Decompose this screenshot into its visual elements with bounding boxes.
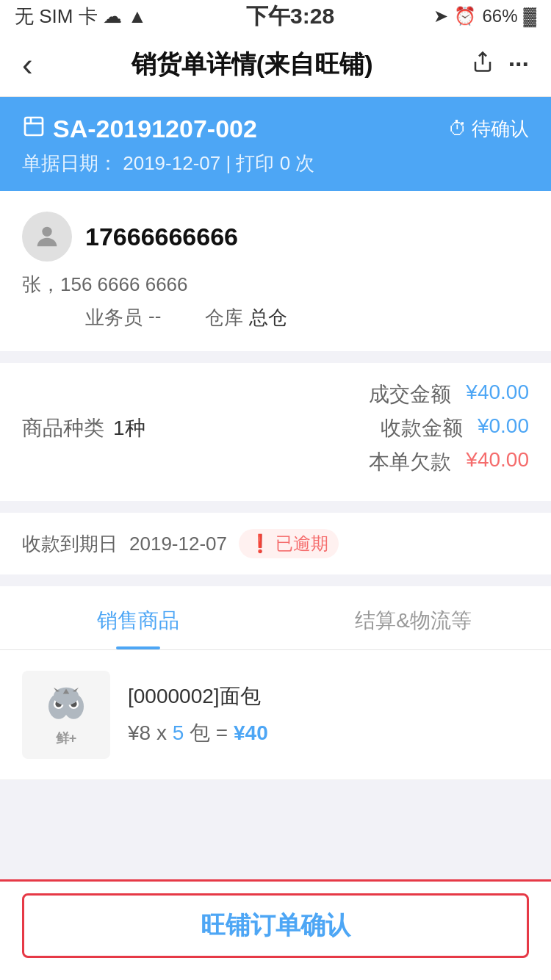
customer-top: 17666666666 bbox=[22, 212, 529, 262]
sales-value: -- bbox=[148, 305, 161, 331]
due-date-label: 收款到期日 bbox=[22, 531, 118, 557]
tab-settlement[interactable]: 结算&物流等 bbox=[276, 586, 551, 649]
product-thumbnail: 鲜+ bbox=[22, 671, 110, 759]
order-id: SA-20191207-002 bbox=[22, 115, 257, 143]
clock-icon: ⏱ bbox=[448, 118, 467, 140]
nav-bar: ‹ 销货单详情(来自旺铺) ··· bbox=[0, 32, 551, 97]
amounts-right-block: 成交金额 ¥40.00 收款金额 ¥0.00 本单欠款 ¥40.00 bbox=[369, 381, 529, 476]
product-info: [0000002]面包 ¥8 x 5 包 = ¥40 bbox=[128, 682, 529, 747]
back-button[interactable]: ‹ bbox=[22, 46, 33, 83]
status-bar: 无 SIM 卡 ☁ ▲ 下午3:28 ➤ ⏰ 66% ▓ bbox=[0, 0, 551, 32]
share-button[interactable] bbox=[472, 51, 494, 78]
alarm-icon: ⏰ bbox=[454, 6, 476, 26]
amounts-section: 商品种类 1种 成交金额 ¥40.00 收款金额 ¥0.00 本单欠款 ¥40.… bbox=[0, 363, 551, 501]
deal-amount-label: 成交金额 bbox=[369, 381, 451, 408]
debt-label: 本单欠款 bbox=[369, 448, 451, 476]
collected-label: 收款金额 bbox=[381, 414, 463, 442]
product-price-row: ¥8 x 5 包 = ¥40 bbox=[128, 719, 529, 747]
overdue-icon: ❗ bbox=[249, 533, 271, 554]
location-icon: ➤ bbox=[433, 6, 448, 26]
warehouse-value: 总仓 bbox=[249, 305, 287, 331]
product-section: 鲜+ [0000002]面包 ¥8 x 5 包 = ¥40 bbox=[0, 650, 551, 780]
product-type-value: 1种 bbox=[113, 414, 145, 442]
amounts-row: 商品种类 1种 成交金额 ¥40.00 收款金额 ¥0.00 本单欠款 ¥40.… bbox=[22, 381, 529, 476]
product-price: ¥8 bbox=[128, 721, 151, 744]
warehouse-field: 仓库 总仓 bbox=[205, 305, 287, 331]
deal-amount-line: 成交金额 ¥40.00 bbox=[369, 381, 529, 408]
bottom-bar: 旺铺订单确认 bbox=[0, 879, 551, 980]
sales-label: 业务员 bbox=[85, 305, 143, 331]
sales-field: 业务员 -- bbox=[85, 305, 161, 331]
deal-amount-value: ¥40.00 bbox=[466, 381, 529, 408]
multiply-sign: x bbox=[156, 721, 173, 744]
overdue-text: 已逾期 bbox=[276, 532, 328, 555]
product-type-label: 商品种类 bbox=[22, 414, 104, 442]
nav-right: ··· bbox=[472, 50, 529, 79]
due-date-section: 收款到期日 2019-12-07 ❗ 已逾期 bbox=[0, 513, 551, 574]
product-unit: 包 bbox=[190, 721, 210, 744]
equals-sign: = bbox=[216, 721, 234, 744]
due-date-value: 2019-12-07 bbox=[129, 533, 227, 555]
collected-value: ¥0.00 bbox=[478, 414, 529, 442]
sim-label: 无 SIM 卡 ☁ bbox=[15, 4, 122, 29]
customer-section: 17666666666 张，156 6666 6666 业务员 -- 仓库 总仓 bbox=[0, 191, 551, 351]
order-header: SA-20191207-002 ⏱ 待确认 单据日期： 2019-12-07 |… bbox=[0, 97, 551, 191]
order-header-top: SA-20191207-002 ⏱ 待确认 bbox=[22, 115, 529, 143]
customer-alias: 张，156 6666 6666 bbox=[22, 272, 188, 298]
confirm-order-button[interactable]: 旺铺订单确认 bbox=[22, 893, 529, 958]
order-date-info: 单据日期： 2019-12-07 | 打印 0 次 bbox=[22, 151, 529, 176]
overdue-badge: ❗ 已逾期 bbox=[239, 529, 339, 558]
status-time: 下午3:28 bbox=[246, 1, 334, 32]
warehouse-label: 仓库 bbox=[205, 305, 243, 331]
svg-point-3 bbox=[42, 227, 51, 237]
customer-sub: 张，156 6666 6666 bbox=[22, 272, 529, 298]
debt-amount-line: 本单欠款 ¥40.00 bbox=[369, 448, 529, 476]
nav-left: ‹ bbox=[22, 46, 33, 83]
order-icon bbox=[22, 115, 46, 143]
product-qty: 5 bbox=[173, 721, 184, 744]
svg-rect-0 bbox=[25, 118, 43, 135]
product-logo: 鲜+ bbox=[40, 682, 92, 747]
customer-name: 17666666666 bbox=[85, 223, 238, 251]
status-right: ➤ ⏰ 66% ▓ bbox=[433, 6, 536, 26]
battery-icon: ▓ bbox=[523, 6, 536, 26]
product-item: 鲜+ [0000002]面包 ¥8 x 5 包 = ¥40 bbox=[0, 650, 551, 780]
order-status: ⏱ 待确认 bbox=[448, 116, 529, 142]
status-left: 无 SIM 卡 ☁ ▲ bbox=[15, 4, 147, 29]
product-type-block: 商品种类 1种 bbox=[22, 414, 145, 442]
more-button[interactable]: ··· bbox=[508, 50, 529, 79]
avatar bbox=[22, 212, 72, 262]
customer-meta: 业务员 -- 仓库 总仓 bbox=[22, 305, 529, 331]
product-total: ¥40 bbox=[234, 721, 268, 744]
tab-products[interactable]: 销售商品 bbox=[0, 586, 276, 649]
page-title: 销货单详情(来自旺铺) bbox=[132, 48, 373, 82]
collected-amount-line: 收款金额 ¥0.00 bbox=[381, 414, 529, 442]
wifi-icon: ▲ bbox=[128, 5, 147, 28]
tabs-section: 销售商品 结算&物流等 bbox=[0, 586, 551, 650]
product-name: [0000002]面包 bbox=[128, 682, 529, 710]
battery-label: 66% bbox=[482, 6, 517, 26]
debt-value: ¥40.00 bbox=[466, 448, 529, 476]
